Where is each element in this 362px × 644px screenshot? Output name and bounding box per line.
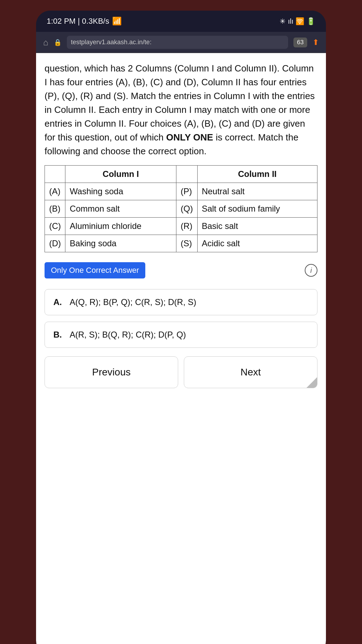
col2-content-3: Acidic salt: [197, 235, 317, 252]
bluetooth-icon: ✳: [280, 17, 286, 25]
next-button[interactable]: Next: [184, 356, 317, 388]
lock-icon: 🔒: [54, 39, 62, 46]
option-text-0: A(Q, R); B(P, Q); C(R, S); D(R, S): [70, 297, 196, 307]
status-bar: 1:02 PM | 0.3KB/s 📶 ✳ ılı 🛜 🔋: [36, 11, 326, 32]
col1-content-3: Baking soda: [65, 235, 176, 252]
col2-letter-1: (Q): [176, 200, 197, 218]
status-left: 1:02 PM | 0.3KB/s 📶: [47, 17, 122, 26]
option-letter-0: A.: [53, 297, 64, 307]
table-header-col1: Column I: [65, 166, 176, 183]
col2-letter-0: (P): [176, 183, 197, 200]
options-container: A. A(Q, R); B(P, Q); C(R, S); D(R, S) B.…: [45, 289, 317, 348]
col2-content-2: Basic salt: [197, 218, 317, 235]
wifi-signal-icon: 📶: [112, 17, 122, 26]
home-icon[interactable]: ⌂: [43, 38, 48, 47]
option-letter-1: B.: [53, 330, 64, 340]
table-row: (C) Aluminium chloride (R) Basic salt: [45, 218, 317, 235]
time-display: 1:02 PM | 0.3KB/s: [47, 17, 109, 26]
only-one-badge: Only One Correct Answer: [45, 262, 145, 278]
table-row: (B) Common salt (Q) Salt of sodium famil…: [45, 200, 317, 218]
table-header-empty2: [176, 166, 197, 183]
match-table: Column I Column II (A) Washing soda (P) …: [45, 165, 317, 252]
badge-row: Only One Correct Answer i: [45, 262, 317, 278]
question-text-part1: question, which has 2 Columns (Column I …: [45, 63, 315, 143]
col2-letter-3: (S): [176, 235, 197, 252]
col2-content-0: Neutral salt: [197, 183, 317, 200]
col1-content-0: Washing soda: [65, 183, 176, 200]
main-content: question, which has 2 Columns (Column I …: [36, 53, 326, 644]
upload-icon[interactable]: ⬆: [313, 38, 319, 47]
col1-letter-2: (C): [45, 218, 65, 235]
answer-option-0[interactable]: A. A(Q, R); B(P, Q); C(R, S); D(R, S): [45, 289, 317, 315]
col1-content-2: Aluminium chloride: [65, 218, 176, 235]
signal-strength-icon: ılı: [288, 17, 293, 25]
battery-icon: 🔋: [306, 17, 315, 25]
previous-button[interactable]: Previous: [45, 356, 178, 388]
col1-letter-0: (A): [45, 183, 65, 200]
table-header-col2: Column II: [197, 166, 317, 183]
url-bar[interactable]: testplayerv1.aakash.ac.in/te:: [67, 36, 288, 49]
col1-letter-3: (D): [45, 235, 65, 252]
option-text-1: A(R, S); B(Q, R); C(R); D(P, Q): [70, 330, 186, 340]
question-bold: ONLY ONE: [166, 132, 213, 143]
answer-option-1[interactable]: B. A(R, S); B(Q, R); C(R); D(P, Q): [45, 322, 317, 348]
question-text: question, which has 2 Columns (Column I …: [45, 62, 317, 158]
col1-letter-1: (B): [45, 200, 65, 218]
wifi-icon: 🛜: [296, 17, 304, 25]
info-icon[interactable]: i: [305, 264, 317, 277]
tab-count[interactable]: 63: [293, 38, 307, 47]
col2-letter-2: (R): [176, 218, 197, 235]
status-right: ✳ ılı 🛜 🔋: [280, 17, 315, 25]
col1-content-1: Common salt: [65, 200, 176, 218]
address-bar: ⌂ 🔒 testplayerv1.aakash.ac.in/te: 63 ⬆: [36, 32, 326, 53]
table-header-empty: [45, 166, 65, 183]
table-row: (A) Washing soda (P) Neutral salt: [45, 183, 317, 200]
nav-buttons: Previous Next: [45, 356, 317, 399]
table-row: (D) Baking soda (S) Acidic salt: [45, 235, 317, 252]
phone-frame: 1:02 PM | 0.3KB/s 📶 ✳ ılı 🛜 🔋 ⌂ 🔒 testpl…: [36, 11, 326, 644]
col2-content-1: Salt of sodium family: [197, 200, 317, 218]
